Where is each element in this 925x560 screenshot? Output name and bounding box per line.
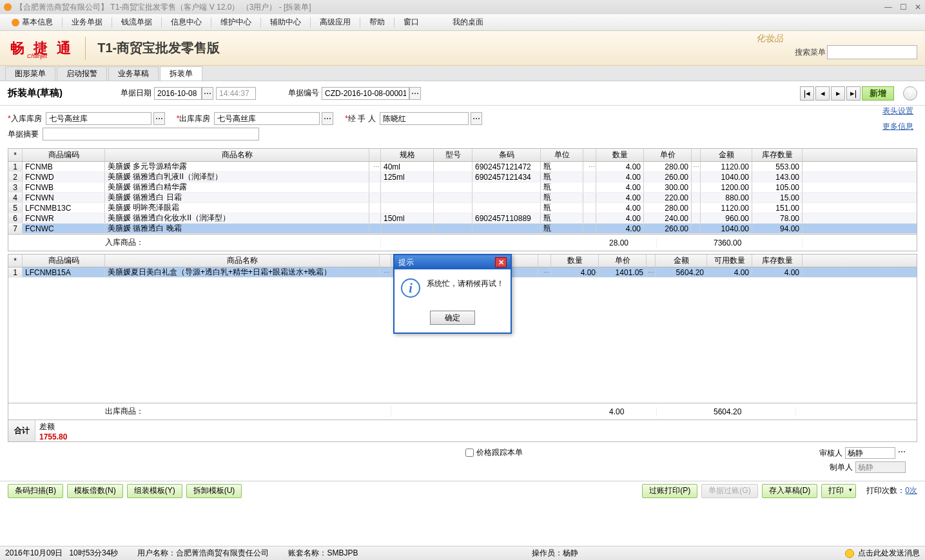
in-grid-header: * 商品编码 商品名称 规格 型号 条码 单位 数量 单价 金额 库存数量 <box>8 149 917 162</box>
menu-search: 搜索菜单 <box>795 45 917 59</box>
table-row[interactable]: 5LFCNMB13C美膳媛 明眸亮泽眼霜瓶4.00280.001120.0015… <box>8 203 917 213</box>
col-name[interactable]: 商品名称 <box>105 149 369 161</box>
close-window-icon[interactable]: ✕ <box>915 3 921 12</box>
in-warehouse-input[interactable] <box>46 112 151 125</box>
alert-dialog: 提示 ✕ i 系统忙，请稍候再试！ 确定 <box>393 254 512 334</box>
help-icon[interactable]: ? <box>903 86 917 101</box>
handler-input[interactable] <box>380 112 469 125</box>
menu-maint[interactable]: 维护中心 <box>211 14 260 30</box>
product-name: T1-商贸宝批发零售版 <box>97 39 220 57</box>
col-spec[interactable]: 规格 <box>381 149 434 161</box>
tab-disassembly[interactable]: 拆装单 <box>160 66 202 81</box>
col-rownum[interactable]: * <box>8 149 23 161</box>
menu-desktop[interactable]: 我的桌面 <box>443 14 492 30</box>
table-row[interactable]: 4FCNWN美膳媛 循雅透白 日霜瓶4.00220.00880.0015.00 <box>8 193 917 203</box>
in-footer-qty: 28.00 <box>609 238 657 247</box>
nav-prev-button[interactable]: ◂ <box>815 86 830 101</box>
table-row[interactable]: 6FCNWR美膳媛 循雅透白化妆水II（润泽型）150ml69024571108… <box>8 213 917 224</box>
total-label: 合计 <box>8 420 35 441</box>
time-input[interactable] <box>216 87 256 100</box>
table-row[interactable]: 7FCNWC美膳媛 循雅透白 晚霜瓶4.00260.001040.0094.00 <box>8 224 917 234</box>
in-warehouse-picker-icon[interactable]: ⋯ <box>153 112 165 125</box>
foot-form: 价格跟踪本单 审核人 ⋯ 制单人 <box>8 447 917 478</box>
header-settings-link[interactable]: 表头设置 <box>882 106 913 117</box>
minimize-icon[interactable]: — <box>884 3 892 12</box>
doc-title: 拆装单(草稿) <box>8 87 63 99</box>
auditor-input[interactable] <box>845 447 895 459</box>
col-price[interactable]: 单价 <box>644 149 692 161</box>
out-warehouse-input[interactable] <box>214 112 320 125</box>
status-date: 2016年10月09日 <box>5 548 63 559</box>
menu-adv[interactable]: 高级应用 <box>311 14 360 30</box>
dialog-close-icon[interactable]: ✕ <box>495 257 507 267</box>
status-bar: 2016年10月09日 10时53分34秒 用户名称：合肥菁浩商贸有限责任公司 … <box>0 546 925 560</box>
auditor-picker-icon[interactable]: ⋯ <box>898 447 906 459</box>
template-mult-button[interactable]: 模板倍数(N) <box>67 484 123 498</box>
price-track-label: 价格跟踪本单 <box>476 447 523 458</box>
menu-biz[interactable]: 业务单据 <box>63 14 112 30</box>
more-info-link[interactable]: 更多信息 <box>882 121 913 132</box>
diff-value: 1755.80 <box>39 432 67 441</box>
print-button[interactable]: 打印 <box>821 484 856 498</box>
decor-text: 化妆品 <box>756 33 783 44</box>
menubar: 基本信息 业务单据 钱流单据 信息中心 维护中心 辅助中心 高级应用 帮助 窗口… <box>0 14 925 31</box>
in-footer-amt: 7360.00 <box>714 238 803 247</box>
menu-basic[interactable]: 基本信息 <box>3 14 62 30</box>
nav-first-button[interactable]: |◂ <box>800 86 814 101</box>
col-unit[interactable]: 单位 <box>541 149 583 161</box>
out-footer-qty: 4.00 <box>609 407 657 416</box>
dialog-message: 系统忙，请稍候再试！ <box>427 278 504 289</box>
doc-header: 拆装单(草稿) 单据日期 ⋯ 单据编号 ⋯ |◂ ◂ ▸ ▸| 新增 ? <box>0 81 925 106</box>
print-count-link[interactable]: 0次 <box>905 486 917 495</box>
barcode-scan-button[interactable]: 条码扫描(B) <box>8 484 63 498</box>
summary-input[interactable] <box>43 128 259 140</box>
date-picker-icon[interactable]: ⋯ <box>202 87 213 100</box>
out-warehouse-picker-icon[interactable]: ⋯ <box>322 112 333 125</box>
menu-icon <box>12 19 19 26</box>
col-model[interactable]: 型号 <box>434 149 472 161</box>
col-code[interactable]: 商品编码 <box>23 149 105 161</box>
docno-label: 单据编号 <box>288 88 319 99</box>
col-stock[interactable]: 库存数量 <box>752 149 803 161</box>
price-track-checkbox[interactable] <box>465 449 474 457</box>
search-input[interactable] <box>827 45 917 59</box>
date-label: 单据日期 <box>121 88 151 99</box>
status-account: SMBJPB <box>327 548 358 557</box>
tab-drafts[interactable]: 业务草稿 <box>108 66 159 81</box>
menu-help[interactable]: 帮助 <box>360 14 394 30</box>
col-qty[interactable]: 数量 <box>596 149 644 161</box>
status-message-link[interactable]: 点击此处发送消息 <box>858 548 920 559</box>
table-row[interactable]: 2FCNWD美膳媛 循雅透白乳液II（润泽型）125ml690245712143… <box>8 172 917 182</box>
nav-last-button[interactable]: ▸| <box>846 86 861 101</box>
post-print-button[interactable]: 过账打印(P) <box>642 484 697 498</box>
docno-picker-icon[interactable]: ⋯ <box>409 87 421 100</box>
save-draft-button[interactable]: 存入草稿(D) <box>762 484 818 498</box>
in-footer-label: 入库商品： <box>105 237 381 248</box>
menu-aux[interactable]: 辅助中心 <box>261 14 310 30</box>
tab-graph-menu[interactable]: 图形菜单 <box>5 66 55 81</box>
in-grid-footer: 入库商品： 28.00 7360.00 <box>8 234 917 251</box>
smiley-icon[interactable] <box>845 549 854 558</box>
maker-label: 制单人 <box>830 462 853 473</box>
handler-picker-icon[interactable]: ⋯ <box>471 112 482 125</box>
disassemble-template-button[interactable]: 拆卸模板(U) <box>186 484 242 498</box>
new-button[interactable]: 新增 <box>862 86 894 101</box>
col-amount[interactable]: 金额 <box>701 149 752 161</box>
out-grid-footer: 出库商品： 4.00 5604.20 <box>8 403 917 420</box>
menu-info[interactable]: 信息中心 <box>162 14 211 30</box>
menu-money[interactable]: 钱流单据 <box>112 14 161 30</box>
table-row[interactable]: 3FCNWB美膳媛 循雅透白精华露瓶4.00300.001200.00105.0… <box>8 182 917 193</box>
out-footer-label: 出库商品： <box>105 406 391 417</box>
col-barcode[interactable]: 条码 <box>472 149 541 161</box>
menu-window[interactable]: 窗口 <box>394 14 428 30</box>
nav-next-button[interactable]: ▸ <box>831 86 845 101</box>
assemble-template-button[interactable]: 组装模板(Y) <box>127 484 182 498</box>
in-grid: * 商品编码 商品名称 规格 型号 条码 单位 数量 单价 金额 库存数量 1F… <box>8 148 917 251</box>
tab-alarm[interactable]: 启动报警 <box>57 66 107 81</box>
auditor-label: 审核人 <box>819 448 842 459</box>
maximize-icon[interactable]: ☐ <box>900 3 907 12</box>
docno-input[interactable] <box>322 87 409 100</box>
dialog-ok-button[interactable]: 确定 <box>430 311 475 325</box>
table-row[interactable]: 1FCNMB美膳媛 多元导源精华露40ml6902457121472瓶4.002… <box>8 162 917 172</box>
date-input[interactable] <box>154 87 202 100</box>
